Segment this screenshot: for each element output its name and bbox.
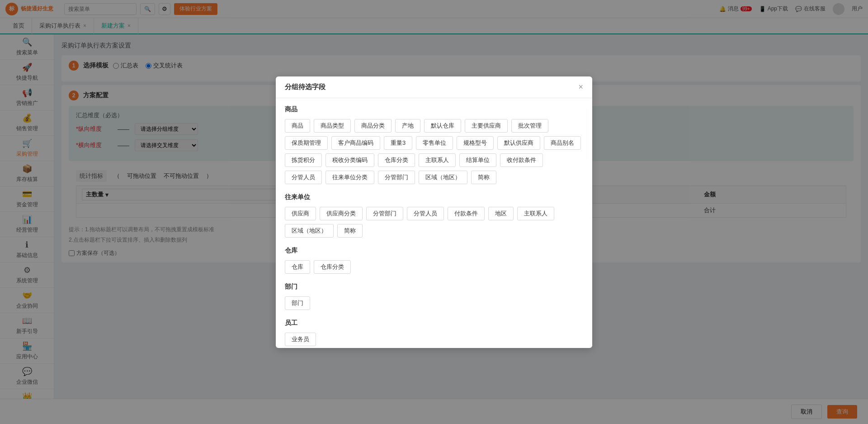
field-tag-0-11[interactable]: 规格型号	[457, 136, 494, 150]
field-tag-0-23[interactable]: 区域（地区）	[419, 171, 467, 184]
field-tag-0-22[interactable]: 分管部门	[378, 171, 415, 184]
field-tag-0-15[interactable]: 税收分类编码	[326, 153, 374, 167]
field-tags-4: 业务员	[285, 333, 583, 346]
field-tags-0: 商品商品类型商品分类产地默认仓库主要供应商批次管理保质期管理客户商品编码重量3零…	[285, 119, 583, 184]
field-tag-0-16[interactable]: 仓库分类	[378, 153, 415, 167]
field-tag-0-2[interactable]: 商品分类	[354, 119, 392, 133]
modal-header: 分组待选字段 ×	[276, 76, 592, 98]
modal-body: 商品商品商品类型商品分类产地默认仓库主要供应商批次管理保质期管理客户商品编码重量…	[276, 98, 592, 348]
field-tag-1-2[interactable]: 分管部门	[366, 207, 403, 220]
field-tag-0-24[interactable]: 简称	[471, 171, 496, 184]
field-group-title-3: 部门	[285, 283, 583, 291]
field-tag-1-3[interactable]: 分管人员	[407, 207, 444, 220]
field-tag-1-6[interactable]: 主联系人	[517, 207, 554, 220]
field-group-3: 部门部门	[285, 283, 583, 310]
modal-overlay: 分组待选字段 × 商品商品商品类型商品分类产地默认仓库主要供应商批次管理保质期管…	[0, 0, 868, 424]
field-tags-1: 供应商供应商分类分管部门分管人员付款条件地区主联系人区域（地区）简称	[285, 207, 583, 238]
modal-close-button[interactable]: ×	[578, 83, 583, 91]
field-group-1: 往来单位供应商供应商分类分管部门分管人员付款条件地区主联系人区域（地区）简称	[285, 193, 583, 238]
field-tag-0-21[interactable]: 往来单位分类	[326, 171, 374, 184]
field-tag-0-12[interactable]: 默认供应商	[497, 136, 540, 150]
field-group-title-4: 员工	[285, 319, 583, 327]
field-tag-0-5[interactable]: 主要供应商	[465, 119, 508, 133]
field-group-title-2: 仓库	[285, 247, 583, 255]
field-tag-1-4[interactable]: 付款条件	[448, 207, 485, 220]
field-tag-2-1[interactable]: 仓库分类	[314, 260, 351, 274]
field-group-4: 员工业务员	[285, 319, 583, 346]
field-tag-1-0[interactable]: 供应商	[285, 207, 316, 220]
field-tag-0-7[interactable]: 保质期管理	[285, 136, 328, 150]
field-tag-0-0[interactable]: 商品	[285, 119, 310, 133]
field-tags-3: 部门	[285, 296, 583, 310]
modal: 分组待选字段 × 商品商品商品类型商品分类产地默认仓库主要供应商批次管理保质期管…	[276, 76, 592, 348]
field-tag-0-20[interactable]: 分管人员	[285, 171, 322, 184]
field-tag-1-8[interactable]: 简称	[337, 224, 363, 238]
field-tag-0-3[interactable]: 产地	[395, 119, 420, 133]
field-tag-0-4[interactable]: 默认仓库	[424, 119, 461, 133]
field-tag-0-17[interactable]: 主联系人	[419, 153, 456, 167]
field-tags-2: 仓库仓库分类	[285, 260, 583, 274]
field-group-2: 仓库仓库仓库分类	[285, 247, 583, 274]
field-tag-4-0[interactable]: 业务员	[285, 333, 316, 346]
field-tag-2-0[interactable]: 仓库	[285, 260, 310, 274]
field-tag-0-19[interactable]: 收付款条件	[500, 153, 543, 167]
field-tag-3-0[interactable]: 部门	[285, 296, 310, 310]
field-group-title-1: 往来单位	[285, 193, 583, 201]
field-group-title-0: 商品	[285, 105, 583, 114]
field-tag-0-14[interactable]: 拣货积分	[285, 153, 322, 167]
field-tag-1-7[interactable]: 区域（地区）	[285, 224, 334, 238]
field-tag-0-13[interactable]: 商品别名	[544, 136, 581, 150]
field-tag-1-1[interactable]: 供应商分类	[320, 207, 363, 220]
field-tag-0-1[interactable]: 商品类型	[314, 119, 351, 133]
modal-title: 分组待选字段	[285, 83, 326, 91]
field-tag-0-18[interactable]: 结算单位	[459, 153, 496, 167]
field-tag-1-5[interactable]: 地区	[488, 207, 514, 220]
field-tag-0-9[interactable]: 重量3	[384, 136, 412, 150]
field-tag-0-8[interactable]: 客户商品编码	[331, 136, 380, 150]
field-tag-0-10[interactable]: 零售单位	[416, 136, 453, 150]
field-group-0: 商品商品商品类型商品分类产地默认仓库主要供应商批次管理保质期管理客户商品编码重量…	[285, 105, 583, 184]
field-tag-0-6[interactable]: 批次管理	[511, 119, 548, 133]
